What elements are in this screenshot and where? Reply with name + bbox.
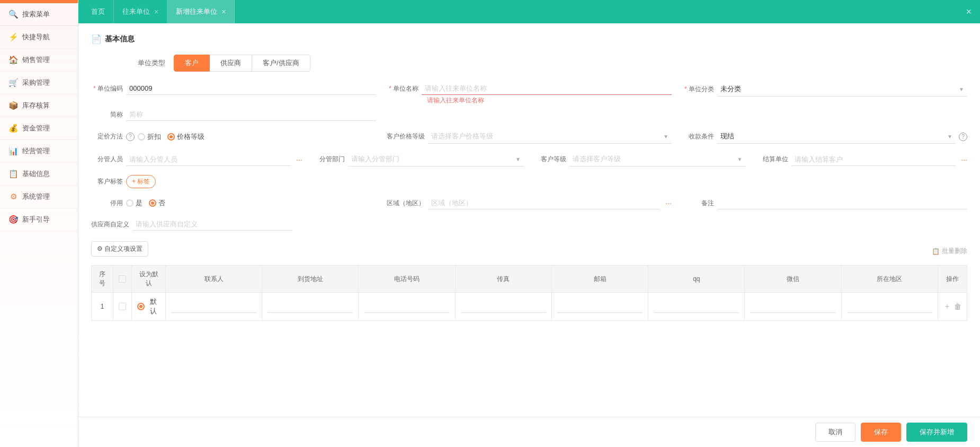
sidebar-item-quick-nav[interactable]: ⚡ 快捷导航: [0, 26, 78, 49]
tab-home[interactable]: 首页: [83, 0, 114, 23]
unit-code-label: 单位编码: [91, 84, 123, 93]
cancel-button[interactable]: 取消: [815, 423, 856, 442]
tabbar: 首页 往来单位 × 新增往来单位 × ×: [78, 0, 980, 23]
pricing-label: 定价方法: [91, 132, 123, 141]
customer-price-level-select[interactable]: 请选择客户价格等级 ▼: [428, 129, 672, 144]
tab-new-counterparty[interactable]: 新增往来单位 ×: [167, 0, 235, 23]
batch-delete-button[interactable]: 📋 批量删除: [932, 247, 967, 256]
unit-name-label: 单位名称: [387, 84, 418, 93]
pricing-discount-label: 折扣: [147, 132, 161, 142]
unit-name-field-inner: 单位名称: [387, 82, 672, 95]
row-address[interactable]: [262, 293, 359, 321]
col-index: 序号: [92, 266, 113, 293]
remark-input[interactable]: [717, 197, 967, 209]
unit-type-label: 单位类型: [123, 58, 165, 68]
manager-more-icon[interactable]: ···: [296, 155, 302, 164]
disabled-yes-radio[interactable]: 是: [126, 198, 142, 208]
sidebar-item-finance[interactable]: 💰 资金管理: [0, 117, 78, 140]
pricing-help-icon[interactable]: ?: [126, 133, 135, 141]
table-header-row: 序号 设为默认 联系人 到货地址 电话号码 传真 邮箱 qq 微信 所在地区: [92, 266, 967, 293]
unit-category-select[interactable]: 未分类 ▼: [717, 82, 967, 97]
custom-settings-button[interactable]: ⚙ 自定义项设置: [91, 241, 148, 257]
finance-icon: 💰: [8, 124, 18, 133]
tab-new-counterparty-close[interactable]: ×: [221, 7, 226, 16]
save-and-new-button[interactable]: 保存并新增: [906, 423, 967, 442]
sidebar-finance-label: 资金管理: [22, 124, 50, 133]
sidebar-item-sales[interactable]: 🏠 销售管理: [0, 49, 78, 72]
row-default-radio[interactable]: 默认: [137, 297, 160, 316]
contact-table: 序号 设为默认 联系人 到货地址 电话号码 传真 邮箱 qq 微信 所在地区: [91, 265, 967, 321]
row-region-input[interactable]: [847, 300, 932, 313]
tabbar-close-all[interactable]: ×: [961, 6, 976, 17]
row-fax[interactable]: [455, 293, 551, 321]
abbreviation-input[interactable]: [126, 108, 376, 121]
unit-type-supplier-btn[interactable]: 供应商: [210, 55, 252, 72]
unit-name-input[interactable]: [422, 82, 672, 95]
unit-category-chevron: ▼: [959, 86, 964, 92]
disabled-no-radio[interactable]: 否: [149, 198, 165, 208]
settlement-label: 结算单位: [756, 155, 788, 164]
unit-type-row: 单位类型 客户 供应商 客户/供应商: [91, 55, 967, 72]
settlement-more-icon[interactable]: ···: [961, 155, 967, 164]
disabled-yes-circle: [126, 199, 133, 207]
section-basic-info: 📄 基本信息: [91, 34, 967, 44]
row-delete-button[interactable]: 🗑: [954, 302, 961, 311]
sidebar: 🔍 搜索菜单 ⚡ 快捷导航 🏠 销售管理 🛒 采购管理 📦 库存核算 💰 资金管…: [0, 0, 78, 447]
unit-type-customer-btn[interactable]: 客户: [174, 55, 210, 72]
department-select[interactable]: 请输入分管部门 ▼: [348, 152, 524, 166]
payment-terms-field: 收款条件 现结 ▼ ?: [682, 129, 967, 144]
email-input[interactable]: [557, 300, 643, 313]
col-action: 操作: [938, 266, 967, 293]
pricing-discount-radio[interactable]: 折扣: [138, 132, 161, 142]
sidebar-item-system[interactable]: ⚙ 系统管理: [0, 186, 78, 208]
col-contact: 联系人: [165, 266, 262, 293]
region-more-icon[interactable]: ···: [665, 199, 672, 207]
tab-counterparty[interactable]: 往来单位 ×: [114, 0, 167, 23]
col-email: 邮箱: [551, 266, 648, 293]
tab-home-label: 首页: [91, 7, 105, 16]
payment-terms-value: 现结: [720, 132, 945, 141]
fax-input[interactable]: [461, 300, 546, 313]
row-select-checkbox[interactable]: [119, 303, 126, 310]
customer-level-select[interactable]: 请选择客户等级 ▼: [569, 152, 746, 166]
row-wechat[interactable]: [745, 293, 841, 321]
save-button[interactable]: 保存: [861, 423, 901, 442]
manager-input[interactable]: [126, 153, 291, 166]
row-qq[interactable]: [648, 293, 745, 321]
supplier-custom-input[interactable]: [132, 218, 292, 231]
payment-terms-select[interactable]: 现结 ▼: [717, 129, 956, 144]
qq-input[interactable]: [654, 300, 739, 313]
row-phone[interactable]: [359, 293, 455, 321]
row-add-button[interactable]: ＋: [943, 302, 951, 311]
abbreviation-label: 简称: [91, 110, 123, 119]
add-tag-button[interactable]: + 标签: [126, 175, 156, 188]
sidebar-item-operations[interactable]: 📊 经营管理: [0, 140, 78, 163]
row-contact[interactable]: [165, 293, 262, 321]
sidebar-item-basic-info[interactable]: 📋 基础信息: [0, 163, 78, 186]
pricing-radio-group: 折扣 价格等级: [138, 132, 204, 142]
sidebar-item-inventory[interactable]: 📦 库存核算: [0, 94, 78, 117]
settlement-input[interactable]: [791, 153, 956, 166]
tab-counterparty-close[interactable]: ×: [154, 7, 158, 16]
row-region[interactable]: [841, 293, 938, 321]
payment-terms-help-icon[interactable]: ?: [959, 133, 967, 141]
region-input[interactable]: [428, 197, 660, 209]
table-section: ⚙ 自定义项设置 📋 批量删除 序号 设为默认 联系人 到货地址: [91, 241, 967, 321]
sidebar-item-purchase[interactable]: 🛒 采购管理: [0, 72, 78, 94]
inventory-icon: 📦: [8, 101, 18, 110]
select-all-checkbox[interactable]: [119, 275, 126, 283]
unit-type-both-btn[interactable]: 客户/供应商: [252, 55, 310, 72]
sidebar-item-search[interactable]: 🔍 搜索菜单: [0, 3, 78, 26]
pricing-level-radio[interactable]: 价格等级: [167, 132, 204, 142]
phone-input[interactable]: [364, 300, 449, 313]
wechat-input[interactable]: [750, 300, 835, 313]
col-phone: 电话号码: [359, 266, 455, 293]
row-email[interactable]: [551, 293, 648, 321]
contact-input[interactable]: [171, 300, 256, 313]
sidebar-inventory-label: 库存核算: [22, 101, 50, 110]
unit-code-input[interactable]: [126, 82, 376, 95]
address-input[interactable]: [268, 300, 353, 313]
row-default: 默认: [132, 293, 166, 321]
sidebar-item-guide[interactable]: 🎯 新手引导: [0, 208, 78, 231]
sidebar-system-label: 系统管理: [22, 192, 50, 201]
